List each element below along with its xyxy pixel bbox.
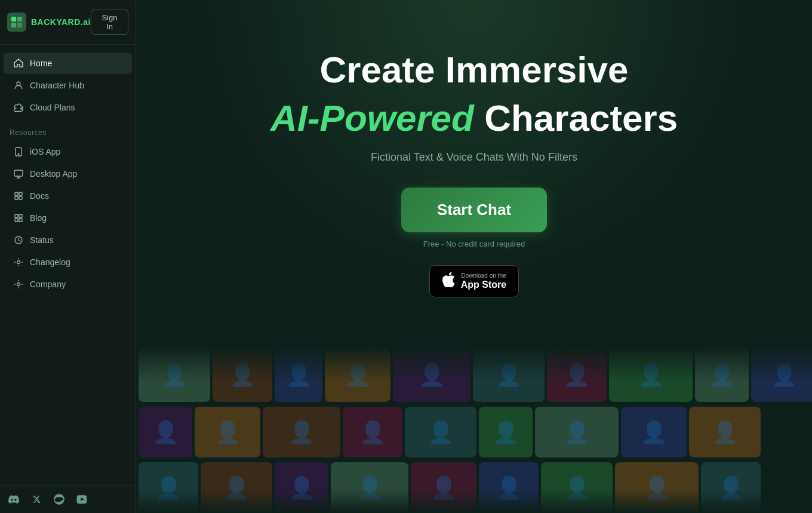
char-card: 👤 xyxy=(621,407,687,457)
sidebar-item-character-hub-label: Character Hub xyxy=(30,81,84,90)
twitter-icon[interactable] xyxy=(30,493,43,506)
hero-title-line2: AI-Powered Characters xyxy=(270,97,678,139)
status-icon xyxy=(13,235,24,245)
ios-icon xyxy=(13,146,24,157)
char-card: 👤 xyxy=(343,407,402,457)
sidebar-item-character-hub[interactable]: Character Hub xyxy=(4,75,132,96)
app-store-small-text: Download on the xyxy=(461,272,506,279)
char-card: 👤 xyxy=(689,407,761,457)
char-card: 👤 xyxy=(479,407,533,457)
app-store-button[interactable]: Download on the App Store xyxy=(429,265,519,297)
svg-rect-9 xyxy=(19,192,22,195)
ai-powered-text: AI-Powered xyxy=(270,97,474,139)
char-card: 👤 xyxy=(195,407,260,457)
sidebar-item-cloud-plans-label: Cloud Plans xyxy=(30,103,75,112)
grid-top-fade xyxy=(136,346,812,382)
app-store-large-text: App Store xyxy=(461,279,506,290)
company-icon xyxy=(13,279,24,290)
svg-point-4 xyxy=(17,82,20,85)
changelog-icon xyxy=(13,257,24,268)
char-card: 👤 xyxy=(263,407,340,457)
sign-in-button[interactable]: Sign In xyxy=(91,10,128,35)
characters-row-2: 👤 👤 👤 👤 👤 👤 👤 xyxy=(139,407,810,457)
cloud-icon xyxy=(13,102,24,113)
sidebar-item-ios-label: iOS App xyxy=(30,147,60,156)
logo-icon xyxy=(7,13,26,32)
char-card: 👤 xyxy=(139,407,192,457)
sidebar-item-cloud-plans[interactable]: Cloud Plans xyxy=(4,97,132,118)
sidebar-item-company[interactable]: Company xyxy=(4,274,132,295)
sidebar-item-docs-label: Docs xyxy=(30,191,49,201)
sidebar-item-blog[interactable]: Blog xyxy=(4,207,132,229)
sidebar: BACKYARD.ai Sign In Home Character Hub xyxy=(0,0,136,513)
sidebar-nav: Home Character Hub Cloud Plans Resources xyxy=(0,45,136,485)
character-hub-icon xyxy=(13,80,24,91)
grid-bottom-fade xyxy=(136,489,812,513)
youtube-icon[interactable] xyxy=(75,493,88,506)
svg-rect-8 xyxy=(15,192,18,195)
characters-text: Characters xyxy=(474,97,678,139)
discord-icon[interactable] xyxy=(7,493,20,506)
sidebar-item-company-label: Company xyxy=(30,279,66,289)
logo-area: BACKYARD.ai xyxy=(7,13,91,32)
char-card: 👤 xyxy=(535,407,619,457)
sidebar-item-docs[interactable]: Docs xyxy=(4,185,132,207)
svg-rect-0 xyxy=(11,17,16,21)
sidebar-footer xyxy=(0,485,136,513)
svg-rect-2 xyxy=(11,23,16,27)
reddit-icon[interactable] xyxy=(53,493,66,506)
start-chat-button[interactable]: Start Chat xyxy=(401,188,547,232)
svg-point-18 xyxy=(17,283,20,286)
main-content: Create Immersive AI-Powered Characters F… xyxy=(136,0,812,513)
sidebar-item-changelog[interactable]: Changelog xyxy=(4,251,132,273)
svg-rect-11 xyxy=(19,196,22,199)
svg-point-17 xyxy=(17,261,20,264)
desktop-icon xyxy=(13,168,24,179)
hero-section: Create Immersive AI-Powered Characters F… xyxy=(136,0,812,346)
sidebar-item-blog-label: Blog xyxy=(30,213,47,223)
blog-icon xyxy=(13,213,24,223)
svg-rect-15 xyxy=(19,219,22,222)
sidebar-header: BACKYARD.ai Sign In xyxy=(0,0,136,45)
hero-title-line1: Create Immersive xyxy=(320,48,629,91)
hero-subtitle: Fictional Text & Voice Chats With No Fil… xyxy=(371,151,577,164)
free-label: Free - No credit card required xyxy=(423,239,525,248)
sidebar-item-changelog-label: Changelog xyxy=(30,257,70,267)
svg-rect-1 xyxy=(17,17,22,21)
app-store-text: Download on the App Store xyxy=(461,272,506,290)
sidebar-item-desktop-label: Desktop App xyxy=(30,169,77,179)
svg-point-6 xyxy=(18,153,19,155)
svg-rect-13 xyxy=(19,214,22,217)
characters-grid: 👤 👤 👤 👤 👤 👤 👤 xyxy=(136,346,812,513)
sidebar-item-home[interactable]: Home xyxy=(4,53,132,74)
sidebar-item-status-label: Status xyxy=(30,235,54,245)
svg-rect-10 xyxy=(15,196,18,199)
sidebar-item-home-label: Home xyxy=(30,59,52,68)
char-card: 👤 xyxy=(405,407,476,457)
sidebar-item-status[interactable]: Status xyxy=(4,229,132,251)
apple-icon xyxy=(442,272,455,291)
svg-rect-12 xyxy=(15,214,18,217)
svg-rect-14 xyxy=(15,219,18,222)
resources-label: Resources xyxy=(0,119,136,140)
sidebar-item-ios-app[interactable]: iOS App xyxy=(4,141,132,162)
svg-rect-7 xyxy=(14,170,23,176)
home-icon xyxy=(13,58,24,69)
svg-rect-3 xyxy=(17,23,22,27)
sidebar-item-desktop-app[interactable]: Desktop App xyxy=(4,163,132,185)
logo-text: BACKYARD.ai xyxy=(31,17,91,27)
docs-icon xyxy=(13,191,24,201)
